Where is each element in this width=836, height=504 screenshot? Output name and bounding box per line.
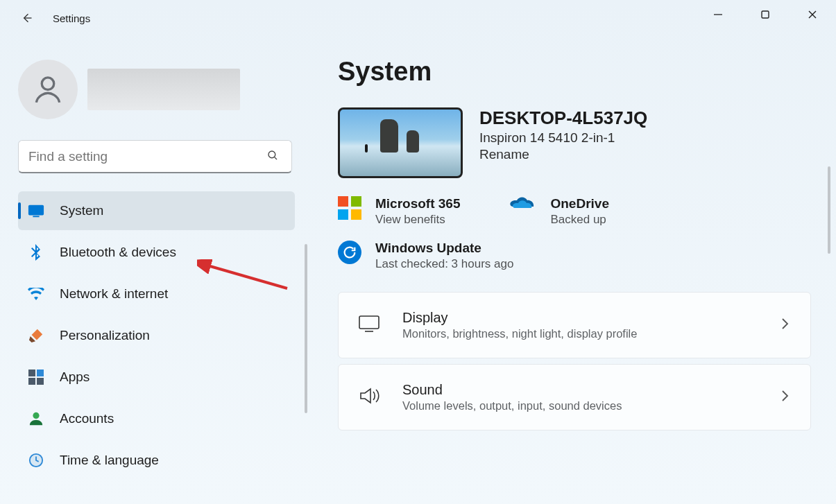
sidebar-item-time-language[interactable]: Time & language [18, 441, 295, 480]
maximize-icon [760, 10, 770, 19]
sound-icon [358, 387, 380, 408]
main-scrollbar[interactable] [828, 166, 830, 254]
minimize-icon [713, 10, 723, 19]
svg-rect-9 [28, 370, 35, 376]
accounts-icon [28, 410, 44, 427]
sidebar-item-label: Personalization [60, 328, 150, 343]
onedrive-sub: Backed up [550, 213, 608, 227]
system-icon [28, 202, 44, 219]
clock-globe-icon [28, 452, 44, 469]
minimize-button[interactable] [694, 0, 742, 29]
ms365-label: Microsoft 365 [375, 196, 460, 211]
main-content: System DESKTOP-4L537JQ Inspiron 14 5410 … [309, 36, 836, 504]
svg-rect-1 [762, 11, 769, 18]
sidebar-item-bluetooth-devices[interactable]: Bluetooth & devices [18, 233, 295, 272]
svg-point-13 [33, 412, 39, 419]
bluetooth-icon [28, 244, 44, 261]
sidebar-item-personalization[interactable]: Personalization [18, 316, 295, 355]
device-model: Inspiron 14 5410 2-in-1 [479, 130, 647, 146]
sidebar-item-label: Network & internet [60, 286, 168, 302]
maximize-button[interactable] [742, 0, 789, 29]
close-button[interactable] [789, 0, 836, 29]
sidebar-item-system[interactable]: System [18, 191, 295, 230]
avatar [18, 60, 78, 119]
windows-update-label: Windows Update [375, 241, 513, 256]
sidebar-item-label: Accounts [60, 411, 114, 426]
svg-point-4 [42, 78, 54, 90]
microsoft-365-icon [338, 196, 361, 220]
display-icon [358, 315, 380, 336]
svg-rect-10 [37, 370, 44, 376]
profile-row[interactable] [18, 60, 295, 119]
display-setting[interactable]: Display Monitors, brightness, night ligh… [338, 292, 811, 358]
device-name: DESKTOP-4L537JQ [479, 107, 647, 129]
windows-update-icon [338, 241, 361, 264]
svg-rect-11 [28, 378, 35, 385]
setting-title: Display [402, 310, 637, 326]
onedrive-label: OneDrive [550, 196, 608, 211]
back-arrow-icon [19, 11, 33, 25]
app-title: Settings [53, 12, 90, 24]
microsoft-365-card[interactable]: Microsoft 365 View benefits [338, 196, 460, 227]
device-block: DESKTOP-4L537JQ Inspiron 14 5410 2-in-1 … [338, 107, 811, 178]
device-thumbnail[interactable] [338, 107, 463, 178]
sidebar-item-label: Time & language [60, 453, 159, 468]
close-icon [808, 10, 817, 19]
wifi-icon [28, 286, 44, 302]
onedrive-icon [509, 196, 536, 214]
search-icon [266, 149, 279, 164]
onedrive-card[interactable]: OneDrive Backed up [509, 196, 608, 227]
svg-rect-7 [28, 205, 44, 216]
sidebar-item-label: Bluetooth & devices [60, 245, 176, 260]
user-icon [31, 72, 65, 107]
svg-rect-8 [33, 216, 39, 217]
setting-title: Sound [402, 382, 622, 398]
setting-desc: Monitors, brightness, night light, displ… [402, 327, 637, 340]
windows-update-sub: Last checked: 3 hours ago [375, 257, 513, 271]
sidebar-item-label: System [60, 203, 103, 218]
setting-desc: Volume levels, output, input, sound devi… [402, 399, 622, 412]
sidebar-scrollbar[interactable] [305, 244, 307, 413]
svg-rect-12 [37, 378, 44, 385]
paintbrush-icon [28, 327, 44, 344]
rename-link[interactable]: Rename [479, 147, 647, 162]
sidebar-item-label: Apps [60, 370, 89, 385]
svg-point-5 [268, 151, 275, 158]
chevron-right-icon [780, 390, 790, 405]
search-box[interactable] [18, 140, 292, 173]
profile-name-redacted [87, 69, 240, 110]
sidebar: System Bluetooth & devices Network & int… [0, 36, 309, 504]
sound-setting[interactable]: Sound Volume levels, output, input, soun… [338, 364, 811, 431]
svg-rect-15 [359, 316, 379, 329]
page-title: System [338, 57, 811, 87]
ms365-sub: View benefits [375, 213, 460, 227]
back-button[interactable] [14, 6, 39, 31]
search-input[interactable] [28, 149, 266, 164]
apps-icon [28, 369, 44, 385]
chevron-right-icon [780, 318, 790, 333]
windows-update-card[interactable]: Windows Update Last checked: 3 hours ago [338, 241, 811, 271]
window-controls [694, 0, 836, 29]
sidebar-item-apps[interactable]: Apps [18, 358, 295, 397]
sidebar-item-network-internet[interactable]: Network & internet [18, 275, 295, 313]
sidebar-item-accounts[interactable]: Accounts [18, 399, 295, 438]
svg-line-6 [275, 157, 277, 159]
nav: System Bluetooth & devices Network & int… [18, 191, 295, 480]
